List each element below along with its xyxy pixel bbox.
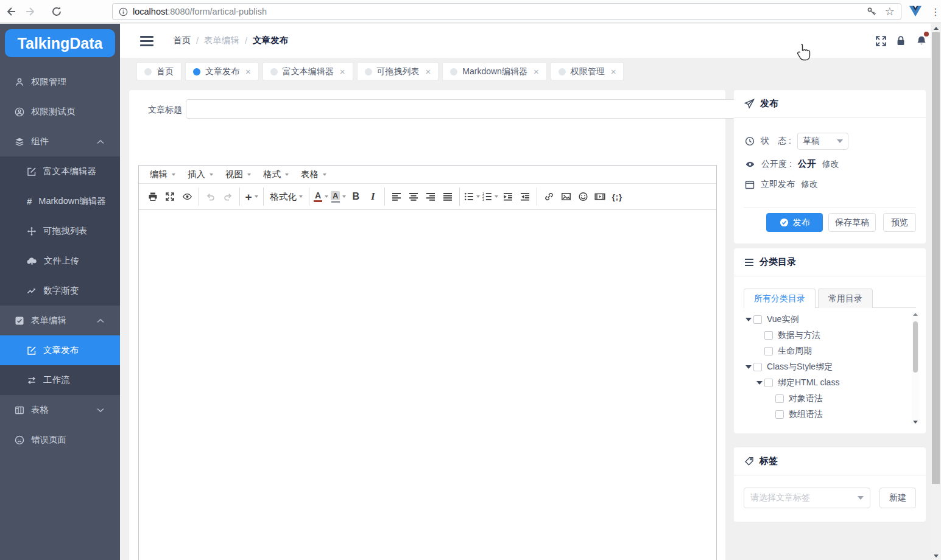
scrollbar-thumb[interactable]: [932, 32, 940, 484]
breadcrumb-form-edit[interactable]: 表单编辑: [204, 35, 239, 46]
sidebar-item-workflow[interactable]: 工作流: [0, 365, 120, 395]
modify-schedule-link[interactable]: 修改: [801, 179, 818, 190]
tree-node[interactable]: Class与Style绑定: [744, 359, 908, 375]
window-scrollbar[interactable]: [931, 24, 941, 560]
browser-menu-icon[interactable]: ⋮: [931, 4, 940, 19]
sidebar-item-error-pages[interactable]: 错误页面: [0, 425, 120, 455]
tab-all-categories[interactable]: 所有分类目录: [744, 289, 816, 308]
tree-expand-icon[interactable]: [744, 365, 753, 369]
close-icon[interactable]: ×: [340, 67, 345, 76]
fullscreen-icon[interactable]: [873, 33, 888, 48]
bookmark-star-icon[interactable]: ☆: [885, 6, 895, 17]
address-bar[interactable]: localhost:8080/form/artical-publish ☆: [112, 3, 901, 20]
align-justify-icon[interactable]: [439, 188, 456, 205]
redo-icon[interactable]: [219, 188, 236, 205]
scrollbar-thumb[interactable]: [913, 321, 918, 373]
text-color-icon[interactable]: A: [312, 188, 330, 205]
tag-select[interactable]: 请选择文章标签: [744, 488, 870, 508]
editor-content-area[interactable]: [139, 211, 716, 560]
tree-checkbox[interactable]: [753, 363, 762, 371]
back-button[interactable]: [0, 1, 21, 22]
tree-node[interactable]: 数组语法: [744, 407, 908, 422]
sidebar-item-permission[interactable]: 权限管理: [0, 67, 120, 97]
align-right-icon[interactable]: [422, 188, 439, 205]
lock-icon[interactable]: [893, 33, 908, 48]
menu-format[interactable]: 格式: [257, 166, 295, 183]
sidebar-item-markdown-editor[interactable]: # Markdown编辑器: [0, 186, 120, 216]
scroll-up-arrow[interactable]: [931, 24, 941, 32]
undo-icon[interactable]: [202, 188, 219, 205]
sidebar-group-form-edit[interactable]: 表单编辑: [0, 306, 120, 335]
bullet-list-icon[interactable]: [463, 188, 481, 205]
preview-button[interactable]: 预览: [883, 213, 916, 232]
info-icon[interactable]: [119, 7, 128, 16]
publish-button[interactable]: 发布: [766, 213, 823, 232]
code-icon[interactable]: {;}: [608, 188, 626, 205]
align-left-icon[interactable]: [388, 188, 405, 205]
tab-markdown-editor[interactable]: Markdown编辑器 ×: [442, 62, 546, 81]
menu-toggle-icon[interactable]: [140, 36, 153, 46]
fullscreen-icon[interactable]: [161, 188, 178, 205]
new-tag-button[interactable]: 新建: [879, 488, 916, 508]
tree-checkbox[interactable]: [764, 331, 773, 340]
app-logo[interactable]: TalkingData: [5, 29, 115, 57]
tab-article-publish[interactable]: 文章发布 ×: [185, 62, 259, 81]
tree-checkbox[interactable]: [764, 379, 773, 387]
italic-icon[interactable]: I: [364, 188, 381, 205]
numbered-list-icon[interactable]: 123: [481, 188, 499, 205]
media-icon[interactable]: [591, 188, 608, 205]
notification-bell-icon[interactable]: [914, 33, 929, 48]
tree-node[interactable]: 对象语法: [744, 391, 908, 407]
indent-icon[interactable]: [516, 188, 534, 205]
menu-edit[interactable]: 编辑: [144, 166, 182, 183]
sidebar-item-file-upload[interactable]: 文件上传: [0, 246, 120, 276]
password-key-icon[interactable]: [867, 7, 876, 16]
menu-insert[interactable]: 插入: [182, 166, 219, 183]
sidebar-item-draggable-list[interactable]: 可拖拽列表: [0, 216, 120, 246]
sidebar-item-number-gradient[interactable]: 数字渐变: [0, 276, 120, 306]
tab-common-categories[interactable]: 常用目录: [818, 289, 873, 308]
sidebar-group-components[interactable]: 组件: [0, 127, 120, 156]
sidebar-item-article-publish[interactable]: 文章发布: [0, 335, 120, 365]
scroll-up-arrow[interactable]: [913, 313, 918, 316]
image-icon[interactable]: [557, 188, 574, 205]
sidebar-group-table[interactable]: 表格: [0, 395, 120, 425]
close-icon[interactable]: ×: [245, 67, 251, 76]
menu-view[interactable]: 视图: [219, 166, 257, 183]
tree-scrollbar[interactable]: [912, 312, 919, 425]
vue-devtools-icon[interactable]: [909, 5, 922, 17]
tab-draggable-list[interactable]: 可拖拽列表 ×: [357, 62, 439, 81]
align-center-icon[interactable]: [405, 188, 422, 205]
tree-node[interactable]: Vue实例: [744, 312, 908, 327]
tab-home[interactable]: 首页: [136, 62, 182, 81]
tree-expand-icon[interactable]: [755, 381, 764, 385]
scroll-down-arrow[interactable]: [931, 551, 941, 560]
background-color-icon[interactable]: A: [330, 188, 347, 205]
preview-eye-icon[interactable]: [178, 188, 196, 205]
tree-node[interactable]: 绑定HTML class: [744, 375, 908, 391]
tree-checkbox[interactable]: [753, 315, 762, 324]
breadcrumb-home[interactable]: 首页: [173, 35, 191, 46]
status-select[interactable]: 草稿: [797, 133, 848, 150]
close-icon[interactable]: ×: [534, 67, 539, 76]
link-icon[interactable]: [540, 188, 557, 205]
tree-checkbox[interactable]: [775, 410, 784, 419]
tree-checkbox[interactable]: [764, 347, 773, 355]
reload-button[interactable]: [46, 1, 67, 22]
save-draft-button[interactable]: 保存草稿: [828, 213, 876, 232]
insert-plus-icon[interactable]: +: [243, 188, 260, 205]
tree-expand-icon[interactable]: [744, 318, 753, 321]
url-text[interactable]: localhost:8080/form/artical-publish: [133, 7, 862, 16]
menu-table[interactable]: 表格: [295, 166, 333, 183]
tree-node[interactable]: 生命周期: [744, 343, 908, 359]
tree-checkbox[interactable]: [775, 394, 784, 403]
sidebar-item-permission-test[interactable]: 权限测试页: [0, 97, 120, 127]
scroll-down-arrow[interactable]: [913, 421, 918, 424]
bold-icon[interactable]: B: [347, 188, 364, 205]
outdent-icon[interactable]: [499, 188, 516, 205]
forward-button[interactable]: [21, 1, 41, 22]
close-icon[interactable]: ×: [611, 67, 616, 76]
close-icon[interactable]: ×: [426, 67, 431, 76]
tree-node[interactable]: 数据与方法: [744, 327, 908, 343]
modify-visibility-link[interactable]: 修改: [822, 159, 839, 170]
